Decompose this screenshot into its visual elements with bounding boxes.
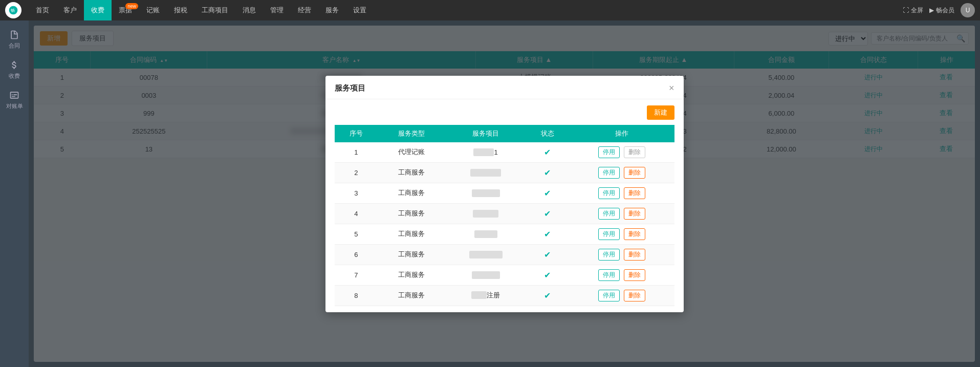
nav-message[interactable]: 消息 — [235, 0, 263, 20]
stop-button[interactable]: 停用 — [598, 167, 620, 179]
modal-cell-status: ✔ — [526, 224, 569, 244]
svg-text:畅: 畅 — [11, 8, 15, 13]
modal-cell-project — [446, 203, 526, 224]
modal-body: 新建 序号 服务类型 服务项目 状态 操作 — [325, 99, 684, 312]
modal-col-index: 序号 — [335, 125, 378, 142]
modal-cell-project — [446, 224, 526, 244]
modal-close-button[interactable]: × — [669, 83, 674, 94]
modal-table-row: 7 工商服务 ✔ 停用 删除 — [335, 265, 674, 285]
modal-cell-index: 6 — [335, 244, 378, 265]
nav-tax[interactable]: 报税 — [167, 0, 194, 20]
modal-table-wrap: 序号 服务类型 服务项目 状态 操作 1 代理记账 1 ✔ 停用 删除 — [335, 125, 674, 306]
modal-cell-action: 停用 删除 — [569, 224, 674, 244]
sidebar-label-contract: 合同 — [9, 42, 20, 50]
logo[interactable]: 畅 — [5, 2, 21, 18]
delete-button[interactable]: 删除 — [624, 269, 645, 281]
sidebar-item-fee[interactable]: 收费 — [1, 56, 28, 84]
modal-cell-type: 工商服务 — [378, 285, 446, 306]
modal-cell-index: 4 — [335, 203, 378, 224]
avatar[interactable]: U — [961, 3, 975, 17]
stop-button[interactable]: 停用 — [598, 146, 620, 158]
modal-cell-index: 2 — [335, 162, 378, 183]
modal-cell-action: 停用 删除 — [569, 244, 674, 265]
stop-button[interactable]: 停用 — [598, 290, 620, 301]
modal-cell-action: 停用 删除 — [569, 162, 674, 183]
nav-right: ⛶ 全屏 ▶ 畅会员 U — [903, 3, 975, 17]
status-check-icon: ✔ — [544, 209, 551, 218]
modal-table-row: 1 代理记账 1 ✔ 停用 删除 — [335, 142, 674, 163]
stop-button[interactable]: 停用 — [598, 228, 620, 240]
modal-cell-project — [446, 265, 526, 285]
nav-service[interactable]: 服务 — [318, 0, 346, 20]
nav-items: 首页 客户 收费 票据 new 记账 报税 工商项目 消息 管理 经营 服务 设… — [29, 0, 903, 20]
modal-col-status: 状态 — [526, 125, 569, 142]
modal-cell-project — [446, 162, 526, 183]
sidebar-item-contract[interactable]: 合同 — [1, 26, 28, 54]
modal-cell-action: 停用 删除 — [569, 142, 674, 163]
modal-header: 服务项目 × — [325, 76, 684, 99]
stop-button[interactable]: 停用 — [598, 269, 620, 281]
modal-table-row: 2 工商服务 ✔ 停用 删除 — [335, 162, 674, 183]
status-check-icon: ✔ — [544, 271, 551, 279]
modal-cell-status: ✔ — [526, 285, 569, 306]
status-check-icon: ✔ — [544, 148, 551, 157]
modal-cell-project — [446, 244, 526, 265]
modal-cell-type: 工商服务 — [378, 244, 446, 265]
nav-industrial[interactable]: 工商项目 — [194, 0, 235, 20]
modal-cell-status: ✔ — [526, 203, 569, 224]
layout: 合同 收费 对账单 新增 服务项目 进行中 全部 已结束 — [0, 20, 980, 367]
modal-new-button[interactable]: 新建 — [647, 105, 674, 120]
modal-table-row: 5 工商服务 ✔ 停用 删除 — [335, 224, 674, 244]
modal-cell-type: 代理记账 — [378, 142, 446, 163]
delete-button[interactable]: 删除 — [624, 208, 645, 220]
modal-overlay: 服务项目 × 新建 序号 服务类型 服务项目 — [29, 20, 980, 367]
sidebar-label-statement: 对账单 — [6, 102, 23, 110]
modal-col-type: 服务类型 — [378, 125, 446, 142]
delete-button[interactable]: 删除 — [624, 146, 645, 158]
modal-table-row: 4 工商服务 ✔ 停用 删除 — [335, 203, 674, 224]
delete-button[interactable]: 删除 — [624, 167, 645, 179]
modal-cell-index: 3 — [335, 183, 378, 203]
sidebar-item-statement[interactable]: 对账单 — [1, 86, 28, 114]
fullscreen-button[interactable]: ⛶ 全屏 — [903, 6, 923, 15]
modal-cell-type: 工商服务 — [378, 203, 446, 224]
stop-button[interactable]: 停用 — [598, 249, 620, 261]
modal-cell-action: 停用 删除 — [569, 285, 674, 306]
status-check-icon: ✔ — [544, 291, 551, 300]
modal-cell-type: 工商服务 — [378, 224, 446, 244]
modal-cell-type: 工商服务 — [378, 265, 446, 285]
member-button[interactable]: ▶ 畅会员 — [929, 6, 954, 15]
new-badge: new — [125, 3, 138, 9]
modal-table-row: 8 工商服务 注册 ✔ 停用 删除 — [335, 285, 674, 306]
modal-cell-index: 7 — [335, 265, 378, 285]
modal-col-action: 操作 — [569, 125, 674, 142]
nav-customer[interactable]: 客户 — [56, 0, 84, 20]
service-project-modal: 服务项目 × 新建 序号 服务类型 服务项目 — [325, 76, 684, 312]
nav-operation[interactable]: 经营 — [291, 0, 318, 20]
modal-title: 服务项目 — [335, 83, 365, 93]
modal-cell-status: ✔ — [526, 142, 569, 163]
modal-toolbar: 新建 — [335, 105, 674, 120]
modal-cell-status: ✔ — [526, 183, 569, 203]
member-icon: ▶ — [929, 7, 934, 14]
modal-cell-status: ✔ — [526, 244, 569, 265]
modal-cell-index: 1 — [335, 142, 378, 163]
sidebar: 合同 收费 对账单 — [0, 20, 29, 367]
modal-cell-action: 停用 删除 — [569, 203, 674, 224]
delete-button[interactable]: 删除 — [624, 249, 645, 261]
modal-cell-project: 1 — [446, 142, 526, 163]
nav-bookkeeping[interactable]: 记账 — [139, 0, 167, 20]
nav-bill[interactable]: 票据 new — [112, 0, 139, 20]
nav-manage[interactable]: 管理 — [263, 0, 291, 20]
stop-button[interactable]: 停用 — [598, 208, 620, 220]
delete-button[interactable]: 删除 — [624, 290, 645, 301]
nav-home[interactable]: 首页 — [29, 0, 56, 20]
delete-button[interactable]: 删除 — [624, 187, 645, 199]
modal-table: 序号 服务类型 服务项目 状态 操作 1 代理记账 1 ✔ 停用 删除 — [335, 125, 674, 306]
modal-cell-type: 工商服务 — [378, 162, 446, 183]
stop-button[interactable]: 停用 — [598, 187, 620, 199]
status-check-icon: ✔ — [544, 250, 551, 259]
nav-fee[interactable]: 收费 — [84, 0, 112, 20]
nav-settings[interactable]: 设置 — [346, 0, 374, 20]
delete-button[interactable]: 删除 — [624, 228, 645, 240]
